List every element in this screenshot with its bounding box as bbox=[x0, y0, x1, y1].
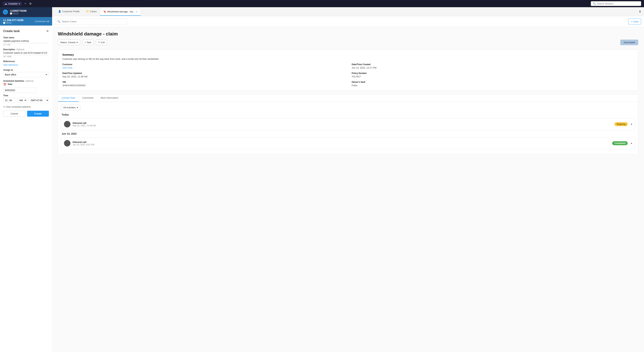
connected-bar: +1 206-577-8298 🕐 03:12 Connected call bbox=[0, 17, 52, 26]
description-field: Description Optional Customer wants to u… bbox=[3, 48, 49, 58]
policy-detail: Policy Number 7017817 bbox=[352, 72, 634, 78]
case-title: Windshield damage - claim bbox=[58, 31, 638, 37]
activity-feed-tab[interactable]: Activity Feed bbox=[58, 94, 78, 102]
status-button[interactable]: Status: Closed ▾ bbox=[58, 40, 80, 45]
call-details: +12065778298 🕐 03:12 bbox=[10, 9, 26, 15]
activity-name-1: Inbound call bbox=[72, 122, 612, 124]
all-activities-button[interactable]: All Activities ▾ bbox=[61, 105, 80, 110]
activity-name-2: Inbound call bbox=[72, 141, 610, 143]
references-label: References bbox=[3, 60, 49, 63]
task-name-value[interactable]: Update payment method bbox=[3, 40, 49, 43]
owners-fault-value: False bbox=[352, 84, 634, 87]
activity-expand-icon-2[interactable]: ▾ bbox=[631, 142, 632, 145]
connected-info: +1 206-577-8298 🕐 03:12 bbox=[3, 19, 24, 24]
activity-expand-icon-1[interactable]: ▾ bbox=[631, 123, 632, 126]
details-grid: Customer John Doe ··· Date/Time Created … bbox=[62, 63, 634, 87]
description-value[interactable]: Customer wants to use ACH instead of CC bbox=[3, 52, 49, 55]
search-wisdom-bar: 🔍 ▾ bbox=[591, 1, 641, 6]
tab-close-icon[interactable]: × bbox=[136, 10, 137, 13]
summary-title: Summary bbox=[62, 53, 634, 56]
clear-schedule-button[interactable]: ✕ Clear scheduled date/time bbox=[3, 106, 31, 108]
more-info-tab[interactable]: More Information bbox=[97, 94, 122, 102]
date-created-detail: Date/Time Created Jun 13, 2022, 12:17 PM bbox=[352, 63, 634, 69]
tab-windshield[interactable]: 🔖 Windshield damage - cla... × bbox=[100, 8, 141, 16]
create-button[interactable]: Create bbox=[27, 111, 49, 117]
case-actions: Status: Closed ▾ + Task ✎ Edit Associate… bbox=[58, 40, 638, 45]
new-case-button[interactable]: + Case bbox=[628, 19, 641, 25]
clock-icon: 🕐 bbox=[10, 12, 12, 15]
activity-info-2: Inbound call Jun 14, 2022, 8:01 PM bbox=[72, 141, 610, 146]
left-panel: 📞 +12065778298 🕐 03:12 +1 206-577-8298 🕐… bbox=[0, 7, 52, 352]
ampm-select[interactable]: AM PM bbox=[17, 98, 27, 103]
task-name-counter: 21 / 150 bbox=[3, 44, 49, 46]
create-task-header: Create task ✕ bbox=[3, 29, 49, 33]
date-created-value: Jun 13, 2022, 12:17 PM bbox=[352, 66, 634, 69]
time-row: AM PM GMT-07:00 bbox=[3, 98, 49, 103]
activity-item-1: 📞 Inbound call Sep 16, 2022, 11:48 AM On… bbox=[61, 118, 635, 130]
date-label: Date bbox=[8, 83, 12, 85]
call-info-bar: 📞 +12065778298 🕐 03:12 bbox=[0, 7, 52, 17]
close-task-button[interactable]: ✕ bbox=[46, 29, 49, 33]
customer-profile-icon: 👤 bbox=[58, 10, 61, 13]
tab-cases[interactable]: 📁 Cases bbox=[83, 8, 100, 15]
search-wisdom-chevron[interactable]: ▾ bbox=[638, 2, 639, 5]
vin-value: JH4KA4650JC000403 bbox=[62, 84, 344, 87]
clock-icon-2: 🕐 bbox=[3, 22, 6, 24]
settings-icon[interactable]: ⚙ bbox=[29, 2, 32, 6]
share-button[interactable]: ⬆ bbox=[639, 10, 641, 13]
vin-detail: VIN JH4KA4650JC000403 bbox=[62, 81, 344, 87]
date-input[interactable] bbox=[3, 88, 37, 93]
schedule-label: Scheduled date/time Optional bbox=[3, 80, 49, 82]
top-bar-left: ☁ Available ▾ + ⚙ bbox=[3, 2, 32, 6]
edit-button[interactable]: ✎ Edit bbox=[96, 40, 107, 45]
activity-tabs-bar: Activity Feed Comments More Information bbox=[58, 94, 638, 102]
summary-text: Customer was driving on i90 on the way b… bbox=[62, 58, 634, 60]
connected-time-display: 🕐 03:12 bbox=[3, 22, 24, 24]
description-counter: 39 / 4096 bbox=[3, 55, 49, 58]
top-bar: ☁ Available ▾ + ⚙ 🔍 ▾ bbox=[0, 0, 644, 7]
activity-status-completed: Completed bbox=[612, 141, 628, 145]
date-created-key: Date/Time Created bbox=[352, 63, 634, 66]
windshield-icon: 🔖 bbox=[103, 10, 106, 13]
timezone-select[interactable]: GMT-07:00 bbox=[28, 98, 49, 103]
assign-to-select[interactable]: Back office bbox=[3, 72, 49, 77]
associated-button[interactable]: Associated bbox=[620, 40, 638, 45]
tabs-bar: 👤 Customer Profile 📁 Cases 🔖 Windshield … bbox=[52, 7, 644, 16]
cases-icon: 📁 bbox=[86, 10, 89, 13]
policy-value: 7017817 bbox=[352, 75, 634, 78]
clear-icon: ✕ bbox=[3, 106, 5, 108]
time-input[interactable] bbox=[3, 98, 16, 103]
search-cases-icon: 🔍 bbox=[57, 20, 60, 23]
add-task-button[interactable]: + Task bbox=[82, 40, 94, 45]
owners-fault-detail: Owner's fault False bbox=[352, 81, 634, 87]
description-label: Description Optional bbox=[3, 48, 49, 51]
add-reference-button[interactable]: Add reference bbox=[3, 64, 18, 66]
jun14-label: Jun 14, 2022 bbox=[61, 132, 635, 135]
task-name-field: Task name Update payment method 21 / 150 bbox=[3, 36, 49, 46]
plus-icon[interactable]: + bbox=[24, 2, 26, 5]
date-updated-detail: Date/Time Updated Sep 16, 2022, 11:48 AM bbox=[62, 72, 344, 78]
activity-status-ongoing: Ongoing bbox=[614, 122, 628, 126]
activity-feed-content: All Activities ▾ Today 📞 Inbound call Se… bbox=[58, 102, 638, 154]
vin-key: VIN bbox=[62, 81, 344, 83]
cloud-icon: ☁ bbox=[5, 2, 7, 5]
search-cases-input[interactable] bbox=[62, 20, 124, 23]
status-chevron-icon: ▾ bbox=[76, 41, 78, 44]
assign-to-field: Assign to Back office bbox=[3, 69, 49, 77]
customer-link[interactable]: John Doe bbox=[62, 66, 72, 69]
activity-phone-icon-2: 📞 bbox=[64, 140, 70, 146]
search-wisdom-input[interactable] bbox=[597, 2, 637, 5]
phone-icon: 📞 bbox=[3, 10, 8, 15]
customer-dots: ··· bbox=[73, 66, 75, 69]
available-label: Available bbox=[8, 2, 18, 5]
action-buttons: Cancel Create bbox=[3, 111, 49, 117]
tab-customer-profile[interactable]: 👤 Customer Profile bbox=[55, 8, 83, 15]
cancel-button[interactable]: Cancel bbox=[3, 111, 25, 117]
activity-date-1: Sep 16, 2022, 11:48 AM bbox=[72, 124, 612, 127]
available-button[interactable]: ☁ Available ▾ bbox=[3, 2, 22, 6]
activity-date-2: Jun 14, 2022, 8:01 PM bbox=[72, 143, 610, 146]
search-wisdom-icon: 🔍 bbox=[593, 2, 596, 5]
all-activities-chevron-icon: ▾ bbox=[77, 106, 78, 109]
main-layout: 📞 +12065778298 🕐 03:12 +1 206-577-8298 🕐… bbox=[0, 7, 644, 352]
comments-tab[interactable]: Comments bbox=[78, 94, 97, 102]
